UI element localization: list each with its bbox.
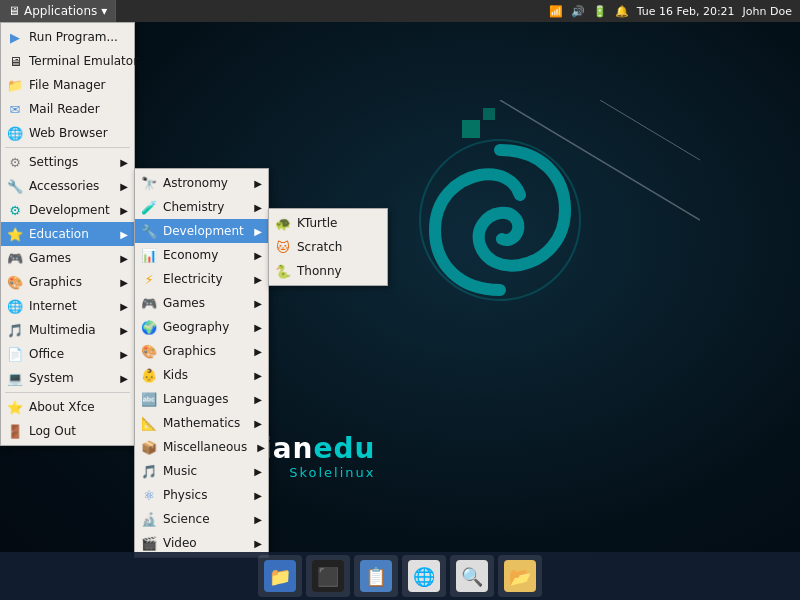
edu-menu-languages[interactable]: 🔤 Languages ▶ (135, 387, 268, 411)
edu-menu-geography[interactable]: 🌍 Geography ▶ (135, 315, 268, 339)
menu-item-browser[interactable]: 🌐 Web Browser (1, 121, 134, 145)
debian-swirl (400, 120, 600, 320)
taskbar-browser[interactable]: 🌐 (402, 555, 446, 597)
edu-menu-games[interactable]: 🎮 Games ▶ (135, 291, 268, 315)
datetime: Tue 16 Feb, 20:21 (637, 5, 735, 18)
desktop: debianedu Skolelinux 🖥 Applications ▾ 📶 … (0, 0, 800, 600)
dev-menu-thonny[interactable]: 🐍 Thonny (269, 259, 387, 283)
scratch-icon: 🐱 (275, 239, 291, 255)
menu-item-development[interactable]: ⚙ Development ▶ (1, 198, 134, 222)
taskbar-search[interactable]: 🔍 (450, 555, 494, 597)
logout-icon: 🚪 (7, 423, 23, 439)
menu-item-office[interactable]: 📄 Office ▶ (1, 342, 134, 366)
education-icon: ⭐ (7, 226, 23, 242)
dev-icon: ⚙ (7, 202, 23, 218)
applications-label: Applications (24, 4, 97, 18)
username: John Doe (743, 5, 792, 18)
economy-icon: 📊 (141, 247, 157, 263)
menu-item-terminal[interactable]: 🖥 Terminal Emulator (1, 49, 134, 73)
geography-icon: 🌍 (141, 319, 157, 335)
games-icon: 🎮 (7, 250, 23, 266)
menu-item-education[interactable]: ⭐ Education ▶ (1, 222, 134, 246)
volume-icon: 🔊 (571, 5, 585, 18)
math-icon: 📐 (141, 415, 157, 431)
edu-menu-science[interactable]: 🔬 Science ▶ (135, 507, 268, 531)
menu-item-mail[interactable]: ✉ Mail Reader (1, 97, 134, 121)
folder-icon: 📁 (7, 77, 23, 93)
video-icon: 🎬 (141, 535, 157, 551)
search-taskbar-icon: 🔍 (461, 566, 483, 587)
languages-icon: 🔤 (141, 391, 157, 407)
kids-icon: 👶 (141, 367, 157, 383)
menu-item-settings[interactable]: ⚙ Settings ▶ (1, 150, 134, 174)
graphics-arrow: ▶ (120, 277, 128, 288)
accessories-arrow: ▶ (120, 181, 128, 192)
internet-arrow: ▶ (120, 301, 128, 312)
menu-item-run-program[interactable]: ▶ Run Program... (1, 25, 134, 49)
menu-item-logout[interactable]: 🚪 Log Out (1, 419, 134, 443)
internet-icon: 🌐 (7, 298, 23, 314)
applications-icon: 🖥 (8, 4, 20, 18)
svg-point-2 (420, 140, 580, 300)
kturtle-icon: 🐢 (275, 215, 291, 231)
menu-item-accessories[interactable]: 🔧 Accessories ▶ (1, 174, 134, 198)
run-icon: ▶ (7, 29, 23, 45)
edu-menu-graphics[interactable]: 🎨 Graphics ▶ (135, 339, 268, 363)
edu-menu-astronomy[interactable]: 🔭 Astronomy ▶ (135, 171, 268, 195)
thonny-icon: 🐍 (275, 263, 291, 279)
dev-submenu: 🐢 KTurtle 🐱 Scratch 🐍 Thonny (268, 208, 388, 286)
office-icon: 📄 (7, 346, 23, 362)
separator-1 (5, 147, 130, 148)
manager-icon: 📋 (365, 566, 387, 587)
edu-graphics-icon: 🎨 (141, 343, 157, 359)
multimedia-arrow: ▶ (120, 325, 128, 336)
browser-taskbar-icon: 🌐 (413, 566, 435, 587)
menu-item-games[interactable]: 🎮 Games ▶ (1, 246, 134, 270)
misc-icon: 📦 (141, 439, 157, 455)
edu-menu-music[interactable]: 🎵 Music ▶ (135, 459, 268, 483)
edu-menu-chemistry[interactable]: 🧪 Chemistry ▶ (135, 195, 268, 219)
mail-icon: ✉ (7, 101, 23, 117)
network-icon: 📶 (549, 5, 563, 18)
taskbar-terminal[interactable]: ⬛ (306, 555, 350, 597)
edu-menu-mathematics[interactable]: 📐 Mathematics ▶ (135, 411, 268, 435)
taskbar-folder[interactable]: 📂 (498, 555, 542, 597)
applications-arrow: ▾ (101, 4, 107, 18)
accessories-icon: 🔧 (7, 178, 23, 194)
menu-item-multimedia[interactable]: 🎵 Multimedia ▶ (1, 318, 134, 342)
terminal-taskbar-icon: ⬛ (317, 566, 339, 587)
terminal-icon: 🖥 (7, 53, 23, 69)
office-arrow: ▶ (120, 349, 128, 360)
svg-line-1 (600, 100, 700, 160)
taskbar: 📁 ⬛ 📋 🌐 🔍 📂 (0, 552, 800, 600)
menu-item-system[interactable]: 💻 System ▶ (1, 366, 134, 390)
edu-dev-icon: 🔧 (141, 223, 157, 239)
taskbar-manager[interactable]: 📋 (354, 555, 398, 597)
settings-arrow: ▶ (120, 157, 128, 168)
topbar: 🖥 Applications ▾ 📶 🔊 🔋 🔔 Tue 16 Feb, 20:… (0, 0, 800, 22)
menu-item-file-manager[interactable]: 📁 File Manager (1, 73, 134, 97)
dev-menu-kturtle[interactable]: 🐢 KTurtle (269, 211, 387, 235)
taskbar-files[interactable]: 📁 (258, 555, 302, 597)
menu-item-about-xfce[interactable]: ⭐ About Xfce (1, 395, 134, 419)
browser-icon: 🌐 (7, 125, 23, 141)
chemistry-icon: 🧪 (141, 199, 157, 215)
games-arrow: ▶ (120, 253, 128, 264)
applications-button[interactable]: 🖥 Applications ▾ (0, 0, 116, 22)
menu-item-graphics[interactable]: 🎨 Graphics ▶ (1, 270, 134, 294)
settings-icon: ⚙ (7, 154, 23, 170)
edu-menu-electricity[interactable]: ⚡ Electricity ▶ (135, 267, 268, 291)
edu-menu-economy[interactable]: 📊 Economy ▶ (135, 243, 268, 267)
applications-menu: ▶ Run Program... 🖥 Terminal Emulator 📁 F… (0, 22, 135, 446)
edu-menu-physics[interactable]: ⚛ Physics ▶ (135, 483, 268, 507)
edu-menu-development[interactable]: 🔧 Development ▶ (135, 219, 268, 243)
dev-menu-scratch[interactable]: 🐱 Scratch (269, 235, 387, 259)
system-arrow: ▶ (120, 373, 128, 384)
science-icon: 🔬 (141, 511, 157, 527)
menu-item-internet[interactable]: 🌐 Internet ▶ (1, 294, 134, 318)
folder-taskbar-icon: 📂 (509, 566, 531, 587)
astronomy-icon: 🔭 (141, 175, 157, 191)
edu-menu-miscellaneous[interactable]: 📦 Miscellaneous ▶ (135, 435, 268, 459)
graphics-icon: 🎨 (7, 274, 23, 290)
edu-menu-kids[interactable]: 👶 Kids ▶ (135, 363, 268, 387)
